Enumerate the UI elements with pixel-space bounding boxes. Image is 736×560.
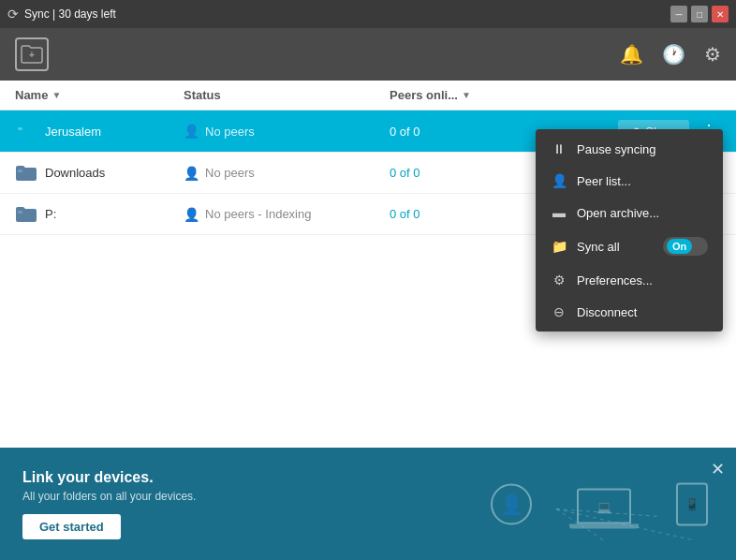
row-status-cell: 👤 No peers xyxy=(184,166,390,181)
maximize-button[interactable]: □ xyxy=(691,6,708,22)
context-open-archive[interactable]: ▬ Open archive... xyxy=(536,197,723,228)
history-icon[interactable]: 🕐 xyxy=(662,43,685,66)
row-name-cell: Jerusalem xyxy=(15,122,184,140)
context-sync-label: Sync all xyxy=(577,240,620,254)
peers-sort-arrow: ▼ xyxy=(462,90,471,100)
folder-sync-icon: 📁 xyxy=(551,239,567,254)
peers-count: 0 of 0 xyxy=(390,207,420,221)
table-header: Name ▼ Status Peers onli... ▼ xyxy=(0,81,736,111)
row-status-cell: 👤 No peers xyxy=(184,124,390,139)
context-disconnect-label: Disconnect xyxy=(577,305,637,319)
row-status: No peers - Indexing xyxy=(205,207,311,221)
row-status: No peers xyxy=(205,125,255,139)
banner-subtitle: All your folders on all your devices. xyxy=(22,490,196,503)
status-icon: 👤 xyxy=(184,166,199,181)
title-bar-left: ⟳ Sync | 30 days left xyxy=(7,7,116,22)
banner-close-button[interactable]: ✕ xyxy=(711,459,725,479)
col-status-header: Status xyxy=(184,88,390,102)
svg-line-4 xyxy=(556,509,603,540)
add-folder-button[interactable]: + xyxy=(15,37,49,71)
settings-icon[interactable]: ⚙ xyxy=(704,43,721,66)
context-peer-list[interactable]: 👤 Peer list... xyxy=(536,165,723,197)
context-menu: ⏸ Pause syncing 👤 Peer list... ▬ Open ar… xyxy=(536,129,723,332)
row-name: Downloads xyxy=(45,166,105,180)
sync-toggle[interactable]: On xyxy=(663,237,708,256)
peer-list-icon: 👤 xyxy=(551,173,567,188)
context-disconnect[interactable]: ⊖ Disconnect xyxy=(536,296,723,328)
context-pause-label: Pause syncing xyxy=(577,142,656,156)
row-name: P: xyxy=(45,207,56,221)
app-title: Sync | 30 days left xyxy=(24,7,116,21)
bell-icon[interactable]: 🔔 xyxy=(620,43,643,66)
bottom-banner: Link your devices. All your folders on a… xyxy=(0,448,736,560)
context-archive-label: Open archive... xyxy=(577,206,659,220)
minimize-button[interactable]: ─ xyxy=(670,6,687,22)
sync-toggle-left: 📁 Sync all xyxy=(551,239,620,254)
row-name-cell: Downloads xyxy=(15,164,184,183)
peers-count: 0 of 0 xyxy=(390,166,420,180)
context-pause-syncing[interactable]: ⏸ Pause syncing xyxy=(536,133,723,165)
folder-icon xyxy=(15,205,37,224)
col-name-header[interactable]: Name ▼ xyxy=(15,88,184,102)
row-status-cell: 👤 No peers - Indexing xyxy=(184,207,390,222)
svg-text:+: + xyxy=(29,50,35,60)
col-peers-header[interactable]: Peers onli... ▼ xyxy=(390,88,721,102)
close-button[interactable]: ✕ xyxy=(712,6,729,22)
toggle-on-label: On xyxy=(667,239,692,254)
title-bar: ⟳ Sync | 30 days left ─ □ ✕ xyxy=(0,0,736,28)
context-preferences[interactable]: ⚙ Preferences... xyxy=(536,264,723,296)
pause-icon: ⏸ xyxy=(551,141,567,156)
row-name-cell: P: xyxy=(15,205,184,224)
connection-lines xyxy=(519,489,706,561)
svg-rect-1 xyxy=(18,127,22,130)
get-started-button[interactable]: Get started xyxy=(22,514,121,539)
disconnect-icon: ⊖ xyxy=(551,304,567,319)
name-sort-arrow: ▼ xyxy=(52,90,61,100)
folder-icon xyxy=(15,122,37,140)
peers-count: 0 of 0 xyxy=(390,125,420,139)
status-icon: 👤 xyxy=(184,124,199,139)
toolbar-right: 🔔 🕐 ⚙ xyxy=(620,43,721,66)
row-status: No peers xyxy=(205,166,255,180)
row-name: Jerusalem xyxy=(45,125,101,139)
prefs-icon: ⚙ xyxy=(551,273,567,287)
toolbar-left: + xyxy=(15,37,49,71)
folder-icon xyxy=(15,164,37,183)
archive-icon: ▬ xyxy=(551,205,567,220)
svg-rect-3 xyxy=(18,211,22,214)
context-peer-list-label: Peer list... xyxy=(577,174,631,188)
status-icon: 👤 xyxy=(184,207,199,222)
banner-title: Link your devices. xyxy=(22,469,196,486)
banner-text: Link your devices. All your folders on a… xyxy=(22,469,196,539)
context-sync-all[interactable]: 📁 Sync all On xyxy=(536,228,723,264)
toolbar: + 🔔 🕐 ⚙ xyxy=(0,28,736,81)
svg-rect-2 xyxy=(18,169,22,172)
context-prefs-label: Preferences... xyxy=(577,273,653,287)
title-bar-controls: ─ □ ✕ xyxy=(670,6,729,22)
